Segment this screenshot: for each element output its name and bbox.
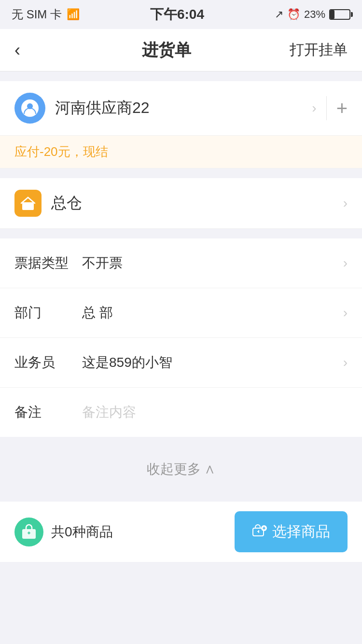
select-product-button[interactable]: 选择商品 [235, 511, 348, 552]
dept-chevron-icon: › [343, 305, 348, 321]
sales-label: 业务员 [14, 353, 72, 372]
cart-icon [252, 524, 267, 540]
supplier-divider [326, 96, 327, 120]
dept-label: 部门 [14, 304, 72, 322]
warehouse-icon [14, 190, 42, 217]
back-button[interactable]: ‹ [14, 40, 43, 60]
supplier-avatar [14, 93, 45, 124]
sales-value: 这是859的小智 [72, 353, 343, 372]
warehouse-row[interactable]: 总仓 › [0, 178, 362, 229]
wifi-icon: 📶 [67, 8, 80, 21]
sales-row[interactable]: 业务员 这是859的小智 › [0, 338, 362, 388]
status-bar: 无 SIM 卡 📶 下午6:04 ↗ ⏰ 23% [0, 0, 362, 29]
location-icon: ↗ [275, 8, 283, 21]
supplier-chevron-icon: › [312, 100, 316, 116]
svg-rect-1 [22, 202, 34, 210]
svg-rect-4 [28, 532, 29, 534]
svg-rect-7 [258, 530, 259, 533]
avatar-inner [21, 99, 39, 117]
battery-percentage: 23% [304, 8, 325, 21]
invoice-label: 票据类型 [14, 254, 72, 272]
nav-bar: ‹ 进货单 打开挂单 [0, 29, 362, 71]
page-bg [0, 562, 362, 644]
warning-banner: 应付-20元，现结 [0, 136, 362, 168]
sales-chevron-icon: › [343, 355, 348, 370]
form-section: 票据类型 不开票 › 部门 总 部 › 业务员 这是859的小智 › 备注 备注… [0, 238, 362, 437]
add-supplier-button[interactable]: + [336, 98, 348, 118]
page-title: 进货单 [142, 39, 191, 61]
remark-row[interactable]: 备注 备注内容 [0, 388, 362, 437]
remark-label: 备注 [14, 403, 72, 421]
supplier-name: 河南供应商22 [55, 98, 312, 119]
invoice-value: 不开票 [72, 254, 343, 272]
warehouse-name: 总仓 [51, 193, 343, 214]
invoice-chevron-icon: › [343, 255, 348, 271]
supplier-section: 河南供应商22 › + 应付-20元，现结 [0, 81, 362, 168]
product-icon [14, 518, 43, 546]
alarm-icon: ⏰ [287, 8, 300, 21]
status-time: 下午6:04 [150, 5, 204, 24]
supplier-row[interactable]: 河南供应商22 › + [0, 81, 362, 136]
product-count-label: 共0种商品 [51, 523, 235, 541]
collapse-row[interactable]: 收起更多 ∧ [0, 447, 362, 492]
bottom-bar: 共0种商品 选择商品 [0, 502, 362, 562]
open-pending-button[interactable]: 打开挂单 [290, 40, 348, 60]
remark-input[interactable]: 备注内容 [72, 403, 348, 421]
carrier-label: 无 SIM 卡 [12, 7, 62, 22]
collapse-label: 收起更多 ∧ [147, 460, 216, 478]
invoice-row[interactable]: 票据类型 不开票 › [0, 238, 362, 288]
warehouse-chevron-icon: › [343, 196, 348, 211]
status-right: ↗ ⏰ 23% [275, 8, 350, 21]
dept-row[interactable]: 部门 总 部 › [0, 288, 362, 338]
warning-text: 应付-20元，现结 [14, 144, 108, 159]
svg-rect-10 [264, 527, 265, 530]
battery-icon [329, 9, 350, 20]
status-left: 无 SIM 卡 📶 [12, 7, 80, 22]
section-gap-1 [0, 71, 362, 81]
select-product-label: 选择商品 [272, 522, 330, 542]
dept-value: 总 部 [72, 304, 343, 322]
